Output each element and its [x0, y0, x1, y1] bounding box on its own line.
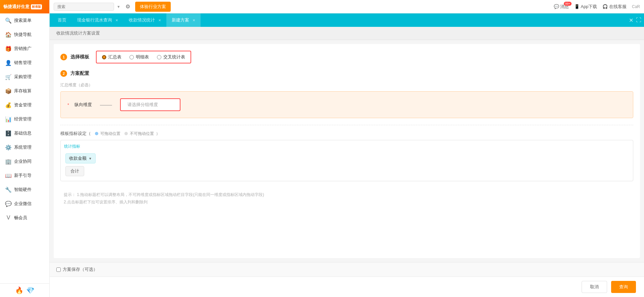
metric-subtag-total[interactable]: 合计: [65, 166, 84, 176]
footer-bar: 取消 查询: [50, 277, 644, 297]
sidebar-item-sys-mgmt[interactable]: ⚙️系统管理: [0, 140, 49, 154]
sidebar-item-quick-nav[interactable]: 🏠快捷导航: [0, 28, 49, 42]
radio-summary-input[interactable]: [102, 55, 106, 59]
sidebar-item-enterprise[interactable]: 🏢企业协同: [0, 154, 49, 168]
dimension-subsection: 汇总维度（必选） * 纵向维度 —— 请选择分组维度: [60, 82, 633, 118]
trial-button[interactable]: 体验行业方案: [135, 2, 171, 12]
undraggable-hint: 不可拖动位置 ）: [124, 131, 160, 137]
step2-section: 2 方案配置 汇总维度（必选） * 纵向维度 —— 请选择分组维度: [60, 70, 633, 209]
radio-cross[interactable]: 交叉统计表: [157, 54, 185, 60]
query-button[interactable]: 查询: [611, 281, 636, 293]
basic-info-icon: 🗄️: [5, 130, 11, 136]
sidebar-item-basic-info[interactable]: 🗄️基础信息: [0, 126, 49, 140]
save-checkbox-input[interactable]: [56, 267, 61, 272]
tip-line2: 2.点击标题栏下拉可设置排序、插入列和删除列: [64, 199, 630, 206]
settings-icon[interactable]: ⚙: [123, 2, 132, 11]
inventory-icon: 📦: [5, 88, 11, 94]
tab-new-plan[interactable]: 新建方案✕: [166, 13, 201, 27]
save-checkbox-label[interactable]: 方案保存（可选）: [56, 266, 98, 273]
form-card: 1 选择模板 汇总表 明细表 交叉统计表: [54, 44, 640, 258]
tab-collection-stat[interactable]: 收款情况统计✕: [123, 13, 166, 27]
step1-badge: 1: [60, 54, 67, 60]
sys-mgmt-label: 系统管理: [14, 144, 32, 150]
tip-text1: 提示： 1.拖动标题栏可以调整布局，不可跨维度或指标区域拖动栏目字段(只能在同一…: [64, 191, 264, 199]
radio-detail[interactable]: 明细表: [129, 54, 149, 60]
radio-summary-label: 汇总表: [108, 54, 121, 60]
content-area: 收款情况统计方案设置 1 选择模板 汇总表 明细表: [50, 27, 644, 297]
topbar-right: 💬 消息 99+ 📱 App下载 🎧 在线客服 CaR: [554, 4, 640, 10]
draggable-dot: [95, 132, 98, 135]
sidebar-item-smart-hw[interactable]: 🔧智能硬件: [0, 183, 49, 197]
sidebar-footer-icon2[interactable]: 💎: [26, 286, 35, 294]
sidebar-item-member[interactable]: V畅会员: [0, 211, 49, 225]
save-label: 方案保存（可选）: [63, 266, 98, 273]
sidebar-item-guide[interactable]: 📖新手引导: [0, 168, 49, 183]
group-dimension-select[interactable]: 请选择分组维度: [120, 98, 180, 111]
basic-info-label: 基础信息: [14, 130, 32, 136]
expand-icon[interactable]: ⛶: [636, 17, 641, 23]
template-options: 汇总表 明细表 交叉统计表: [96, 51, 191, 63]
sidebar-item-wechat[interactable]: 💬企业微信: [0, 197, 49, 211]
tips-section: 提示： 1.拖动标题栏可以调整布局，不可跨维度或指标区域拖动栏目字段(只能在同一…: [60, 188, 633, 209]
radio-cross-label: 交叉统计表: [163, 54, 185, 60]
tab-label-home: 首页: [58, 17, 66, 23]
tab-close-bank-flow[interactable]: ✕: [115, 18, 118, 22]
finance-icon: 💰: [5, 102, 11, 108]
metrics-header: 模板指标设定（ 可拖动位置 不可拖动位置 ）: [60, 131, 633, 137]
tab-close-collection-stat[interactable]: ✕: [158, 18, 161, 22]
tip-line1: 提示： 1.拖动标题栏可以调整布局，不可跨维度或指标区域拖动栏目字段(只能在同一…: [64, 191, 630, 199]
operations-icon: 📊: [5, 116, 11, 122]
step2-label: 方案配置: [70, 70, 89, 77]
dim-row: * 纵向维度 —— 请选择分组维度: [67, 98, 180, 111]
app-download-btn[interactable]: 📱 App下载: [574, 4, 597, 10]
tab-close-new-plan[interactable]: ✕: [193, 18, 195, 22]
metric-tag-amount[interactable]: 收款金额 ▼: [65, 153, 96, 163]
metric-dropdown-icon[interactable]: ▼: [89, 157, 92, 160]
close-tab-icon[interactable]: ✕: [629, 17, 633, 23]
tab-label-collection-stat: 收款情况统计: [129, 17, 155, 23]
sales-icon: 👤: [5, 60, 11, 66]
radio-detail-input[interactable]: [129, 55, 134, 59]
radio-detail-label: 明细表: [136, 54, 149, 60]
sidebar-nav: 🔍搜索菜单🏠快捷导航🎁营销推广👤销售管理🛒采购管理📦库存核算💰资金管理📊经营管理…: [0, 13, 49, 225]
edition-badge: 标准版: [31, 4, 42, 9]
sidebar-item-marketing[interactable]: 🎁营销推广: [0, 42, 49, 56]
enterprise-label: 企业协同: [14, 158, 32, 164]
vertical-dim-label: 纵向维度: [74, 102, 92, 108]
draggable-label: 可拖动位置: [100, 131, 120, 137]
sidebar-footer-icon1[interactable]: 🔥: [15, 286, 23, 294]
notification-btn[interactable]: 💬 消息 99+: [554, 4, 569, 10]
wechat-label: 企业微信: [14, 201, 32, 207]
tab-home[interactable]: 首页: [52, 13, 72, 27]
search-input[interactable]: [54, 3, 114, 11]
enterprise-icon: 🏢: [5, 158, 11, 164]
member-icon: V: [5, 215, 11, 221]
required-star: *: [67, 102, 69, 107]
quick-nav-label: 快捷导航: [14, 32, 32, 38]
sidebar-item-search-menu[interactable]: 🔍搜索菜单: [0, 13, 49, 28]
search-menu-icon: 🔍: [5, 17, 11, 23]
brand-name: 畅捷通好生意: [3, 4, 30, 10]
finance-label: 资金管理: [14, 102, 32, 108]
radio-cross-input[interactable]: [157, 55, 161, 59]
online-service-btn[interactable]: 🎧 在线客服: [602, 4, 627, 10]
sidebar-item-purchase[interactable]: 🛒采购管理: [0, 70, 49, 84]
draggable-hint: 可拖动位置: [95, 131, 120, 137]
sidebar-item-sales[interactable]: 👤销售管理: [0, 56, 49, 70]
sidebar-item-finance[interactable]: 💰资金管理: [0, 98, 49, 112]
sidebar-header: 畅捷通好生意 标准版: [0, 0, 49, 13]
tab-bank-flow[interactable]: 现金银行流水查询✕: [72, 13, 123, 27]
smart-hw-label: 智能硬件: [14, 187, 32, 193]
sys-mgmt-icon: ⚙️: [5, 144, 11, 150]
sidebar-item-inventory[interactable]: 📦库存核算: [0, 84, 49, 98]
cancel-button[interactable]: 取消: [582, 281, 607, 293]
member-label: 畅会员: [14, 215, 27, 221]
sidebar-item-operations[interactable]: 📊经营管理: [0, 112, 49, 126]
step1-row: 1 选择模板 汇总表 明细表 交叉统计表: [60, 51, 633, 63]
radio-summary[interactable]: 汇总表: [102, 54, 121, 60]
inventory-label: 库存核算: [14, 88, 32, 94]
step2-header: 2 方案配置: [60, 70, 633, 77]
metrics-box: 统计指标 收款金额 ▼ 合计: [60, 140, 633, 181]
undraggable-label: 不可拖动位置: [130, 131, 154, 137]
quick-nav-icon: 🏠: [5, 32, 11, 38]
